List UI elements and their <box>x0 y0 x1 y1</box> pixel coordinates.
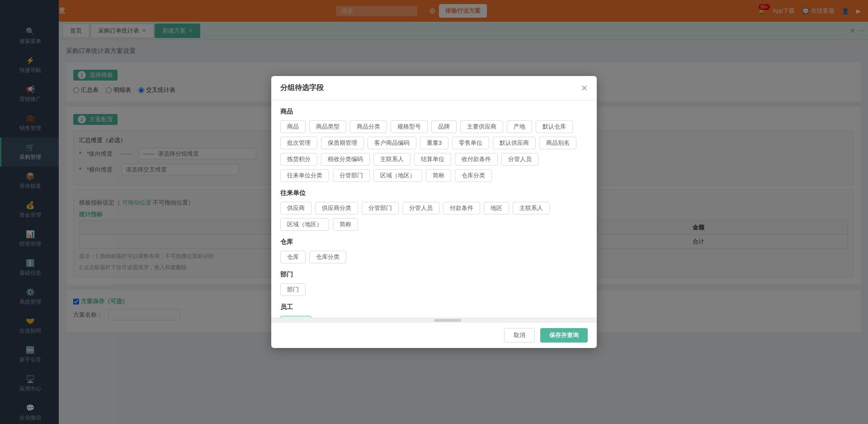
field-partner-region[interactable]: 区域（地区） <box>280 218 329 231</box>
field-settlement-unit[interactable]: 结算单位 <box>414 153 451 166</box>
field-payment-condition[interactable]: 付款条件 <box>443 202 480 214</box>
field-partner-supervisor[interactable]: 分管人员 <box>402 202 439 214</box>
field-department[interactable]: 分管部门 <box>333 169 370 182</box>
field-goods-type[interactable]: 商品类型 <box>309 120 346 133</box>
section-title-staff: 员工 <box>280 303 588 311</box>
field-batch-manage[interactable]: 批次管理 <box>280 137 317 149</box>
field-partner-dept[interactable]: 分管部门 <box>362 202 399 214</box>
field-tax-code[interactable]: 税收分类编码 <box>321 153 370 166</box>
field-main-contact[interactable]: 主联系人 <box>373 153 410 166</box>
field-short-name[interactable]: 简称 <box>426 169 451 182</box>
field-partner-contact[interactable]: 主联系人 <box>513 202 550 214</box>
field-grid-warehouse: 仓库 仓库分类 <box>280 251 588 263</box>
field-supervisor[interactable]: 分管人员 <box>501 153 538 166</box>
modal-header: 分组待选字段 ✕ <box>271 76 597 100</box>
modal-close-btn[interactable]: ✕ <box>581 84 588 92</box>
field-brand[interactable]: 品牌 <box>431 120 457 133</box>
modal-hscroll-thumb <box>434 319 461 322</box>
field-default-supplier[interactable]: 默认供应商 <box>493 137 536 149</box>
modal-title: 分组待选字段 <box>280 83 324 93</box>
field-payment-terms[interactable]: 收付款条件 <box>455 153 498 166</box>
field-grid-partner: 供应商 供应商分类 分管部门 分管人员 付款条件 地区 主联系人 区域（地区） … <box>280 202 588 231</box>
field-pick-points[interactable]: 拣货积分 <box>280 153 317 166</box>
modal-body[interactable]: 商品 商品 商品类型 商品分类 规格型号 品牌 主要供应商 产地 默认仓库 批次… <box>271 100 597 318</box>
field-spec-model[interactable]: 规格型号 <box>391 120 428 133</box>
field-default-warehouse[interactable]: 默认仓库 <box>536 120 573 133</box>
section-title-warehouse: 仓库 <box>280 238 588 246</box>
field-dept[interactable]: 部门 <box>280 283 306 296</box>
field-area[interactable]: 地区 <box>484 202 509 214</box>
field-select-modal: 分组待选字段 ✕ 商品 商品 商品类型 商品分类 规格型号 品牌 主要供应商 产… <box>271 76 597 348</box>
field-weight3[interactable]: 重量3 <box>420 137 448 149</box>
modal-overlay: 分组待选字段 ✕ 商品 商品 商品类型 商品分类 规格型号 品牌 主要供应商 产… <box>0 0 868 424</box>
field-region[interactable]: 区域（地区） <box>373 169 422 182</box>
field-supplier-category[interactable]: 供应商分类 <box>315 202 358 214</box>
field-goods[interactable]: 商品 <box>280 120 306 133</box>
field-warehouse-cat[interactable]: 仓库分类 <box>309 251 346 263</box>
modal-horizontal-scrollbar[interactable] <box>271 318 597 322</box>
field-goods-alias[interactable]: 商品别名 <box>539 137 576 149</box>
modal-cancel-btn[interactable]: 取消 <box>504 328 535 343</box>
modal-footer: 取消 保存并查询 <box>271 322 597 348</box>
field-warehouse[interactable]: 仓库 <box>280 251 306 263</box>
field-origin[interactable]: 产地 <box>507 120 532 133</box>
modal-confirm-btn[interactable]: 保存并查询 <box>540 328 588 343</box>
field-main-supplier[interactable]: 主要供应商 <box>460 120 503 133</box>
field-supplier[interactable]: 供应商 <box>280 202 311 214</box>
field-warehouse-category[interactable]: 仓库分类 <box>455 169 492 182</box>
field-partner-short[interactable]: 简称 <box>333 218 358 231</box>
section-title-goods: 商品 <box>280 108 588 116</box>
field-grid-dept: 部门 <box>280 283 588 296</box>
field-shelf-life[interactable]: 保质期管理 <box>321 137 364 149</box>
field-grid-goods: 商品 商品类型 商品分类 规格型号 品牌 主要供应商 产地 默认仓库 批次管理 … <box>280 120 588 182</box>
section-title-dept: 部门 <box>280 271 588 279</box>
field-goods-category[interactable]: 商品分类 <box>350 120 387 133</box>
field-partner-category[interactable]: 往来单位分类 <box>280 169 329 182</box>
field-customer-code[interactable]: 客户商品编码 <box>368 137 416 149</box>
field-retail-unit[interactable]: 零售单位 <box>452 137 489 149</box>
section-title-partner: 往来单位 <box>280 189 588 197</box>
